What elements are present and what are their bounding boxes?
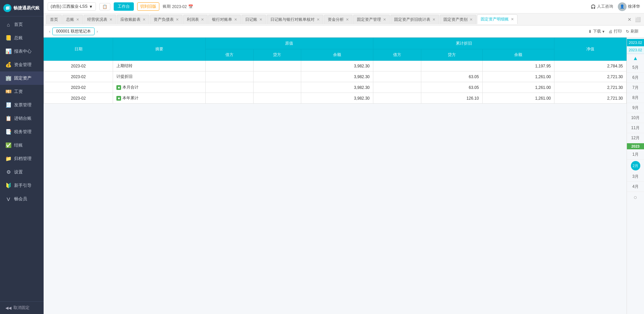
sidebar-item-reports[interactable]: 📊 报表中心 <box>0 45 44 58</box>
sidebar-item-fixed-assets[interactable]: 🏢 固定资产 <box>0 71 44 85</box>
sidebar-item-ledger[interactable]: 📒 总账 <box>0 31 44 45</box>
cell-accum-balance: 1,261.00 <box>482 93 554 104</box>
date-item-4[interactable]: 4月 <box>627 182 644 192</box>
tab-journal[interactable]: 日记账 ✕ <box>241 15 266 24</box>
date-item-7[interactable]: 7月 <box>627 83 644 93</box>
tabbar: 首页 总账 ✕ 经营状况表 ✕ 应收账龄表 ✕ 资产负债表 ✕ 利润表 ✕ 银行… <box>44 13 644 25</box>
date-item-10[interactable]: 10月 <box>627 113 644 123</box>
sidebar-item-tax[interactable]: 📑 税务管理 <box>0 125 44 139</box>
date-panel-up[interactable]: ▲ <box>632 54 640 63</box>
table-row: 2023-02 计提折旧 3,982.30 63.05 1,261.00 2,7… <box>44 71 627 82</box>
date-item-11[interactable]: 11月 <box>627 123 644 133</box>
th-accum-balance: 余额 <box>482 49 554 61</box>
date-item-8[interactable]: 8月 <box>627 93 644 103</box>
th-orig-credit: 贷方 <box>253 49 301 61</box>
tab-fa-depr-close[interactable]: ✕ <box>432 17 435 22</box>
cell-orig-debit <box>206 61 254 71</box>
date-item-6[interactable]: 6月 <box>627 73 644 83</box>
service-button[interactable]: 🎧 人工咨询 <box>591 4 613 9</box>
tab-ledger-close[interactable]: ✕ <box>76 17 79 22</box>
copy-button[interactable]: 📋 <box>99 3 110 10</box>
next-asset-arrow[interactable]: › <box>97 29 98 34</box>
cell-date: 2023-02 <box>44 71 113 82</box>
tab-funds-analysis-close[interactable]: ✕ <box>346 17 349 22</box>
tab-fa-detail-close[interactable]: ✕ <box>511 17 514 21</box>
th-date: 日期 <box>44 38 113 61</box>
tab-journal-verify-label: 日记账与银行对账单核对 <box>270 17 315 22</box>
tab-fixed-assets-detail[interactable]: 固定资产明细账 ✕ <box>477 14 518 24</box>
tab-business-status[interactable]: 经营状况表 ✕ <box>84 15 116 24</box>
sidebar-item-funds[interactable]: 💰 资金管理 <box>0 58 44 71</box>
asset-header: ‹ 000001 联想笔记本 › ⬇ 下载 ▾ 🖨 打印 ↻ 刷新 <box>44 25 644 38</box>
tab-receivables[interactable]: 应收账龄表 ✕ <box>117 15 149 24</box>
date-item-3[interactable]: 3月 <box>627 172 644 182</box>
sidebar-item-member[interactable]: V 畅会员 <box>0 192 44 206</box>
date-item-12[interactable]: 12月 <box>627 133 644 143</box>
cell-accum-debit <box>373 71 421 82</box>
date-item-5[interactable]: 5月 <box>627 63 644 73</box>
date-item-9[interactable]: 9月 <box>627 103 644 113</box>
company-selector[interactable]: (劝告) 江西服业-LSS ▼ <box>48 2 96 11</box>
asset-code-tag[interactable]: 000001 联想笔记本 <box>52 28 94 35</box>
tab-fa-cat-label: 固定资产类别 <box>443 17 468 22</box>
sidebar-item-guide[interactable]: 🔰 新手引导 <box>0 179 44 192</box>
payroll-icon: 💴 <box>5 89 11 95</box>
tab-close-all-button[interactable]: ✕ <box>627 16 632 23</box>
tab-ledger[interactable]: 总账 ✕ <box>62 15 83 24</box>
tab-journal-verify-close[interactable]: ✕ <box>317 17 320 22</box>
sidebar-item-sales-ledger[interactable]: 📋 进销台账 <box>0 112 44 125</box>
tab-fixed-assets-depr[interactable]: 固定资产折旧统计表 ✕ <box>390 15 439 24</box>
sidebar-item-settings[interactable]: ⚙ 设置 <box>0 165 44 179</box>
cell-accum-balance: 1,261.00 <box>482 82 554 93</box>
asset-actions: ⬇ 下载 ▾ 🖨 打印 ↻ 刷新 <box>588 29 639 34</box>
tab-funds-analysis[interactable]: 资金分析 ✕ <box>324 15 353 24</box>
date-item-1[interactable]: 1月 <box>627 150 644 160</box>
sidebar-unpin[interactable]: ◀◀ 取消固定 <box>0 301 44 314</box>
calendar-icon: 📅 <box>188 4 193 9</box>
print-button[interactable]: 🖨 打印 <box>608 29 622 34</box>
tab-fa-mgmt-close[interactable]: ✕ <box>383 17 386 22</box>
cell-date: 2023-02 <box>44 82 113 93</box>
user-menu[interactable]: 👤 徐泽华 <box>618 2 640 11</box>
service-label: 人工咨询 <box>597 4 613 9</box>
tab-home[interactable]: 首页 <box>46 15 62 24</box>
sidebar-item-archive[interactable]: 📁 归档管理 <box>0 152 44 165</box>
refresh-icon: ↻ <box>626 29 629 34</box>
tab-journal-close[interactable]: ✕ <box>259 17 262 22</box>
tab-fixed-assets-category[interactable]: 固定资产类别 ✕ <box>440 15 476 24</box>
tab-profit-label: 利润表 <box>187 17 199 22</box>
date-panel-bottom-icon: ○ <box>632 192 639 203</box>
download-button[interactable]: ⬇ 下载 ▾ <box>588 29 604 34</box>
tab-fa-cat-close[interactable]: ✕ <box>470 17 473 22</box>
tab-bank-close[interactable]: ✕ <box>234 17 237 22</box>
th-orig-balance: 余额 <box>301 49 373 61</box>
sidebar-item-label: 工资 <box>14 89 23 95</box>
download-label: 下载 <box>593 29 601 34</box>
cell-summary: 计提折旧 <box>113 71 206 82</box>
sidebar-item-home[interactable]: ⌂ 首页 <box>0 18 44 31</box>
tab-balance[interactable]: 资产负债表 ✕ <box>150 15 182 24</box>
sidebar-item-settle[interactable]: ✅ 结账 <box>0 139 44 152</box>
ledger-icon: 📒 <box>5 35 11 41</box>
sidebar-item-payroll[interactable]: 💴 工资 <box>0 85 44 98</box>
tab-maximize-button[interactable]: ⬜ <box>634 16 641 23</box>
tab-ledger-label: 总账 <box>66 17 74 22</box>
date-item-year-2023[interactable]: 2023 <box>627 143 644 150</box>
tab-profit-close[interactable]: ✕ <box>201 17 204 22</box>
tab-balance-close[interactable]: ✕ <box>176 17 179 22</box>
tab-business-close[interactable]: ✕ <box>109 17 112 22</box>
cell-orig-debit <box>206 71 254 82</box>
tab-receivables-close[interactable]: ✕ <box>143 17 146 22</box>
settle-icon: ✅ <box>5 142 11 148</box>
tab-bank-statement[interactable]: 银行对账单 ✕ <box>208 15 241 24</box>
tab-profit[interactable]: 利润表 ✕ <box>183 15 208 24</box>
date-item-2-active[interactable]: 2月 <box>631 161 640 170</box>
tab-funds-analysis-label: 资金分析 <box>328 17 344 22</box>
switch-version-button[interactable]: 切到旧版 <box>137 2 159 11</box>
refresh-button[interactable]: ↻ 刷新 <box>626 29 639 34</box>
workbench-button[interactable]: 工作台 <box>114 2 134 11</box>
tab-fixed-assets-mgmt[interactable]: 固定资产管理 ✕ <box>353 15 390 24</box>
prev-asset-arrow[interactable]: ‹ <box>49 29 50 34</box>
sidebar-item-invoice[interactable]: 🧾 发票管理 <box>0 98 44 112</box>
tab-journal-verify[interactable]: 日记账与银行对账单核对 ✕ <box>267 15 323 24</box>
